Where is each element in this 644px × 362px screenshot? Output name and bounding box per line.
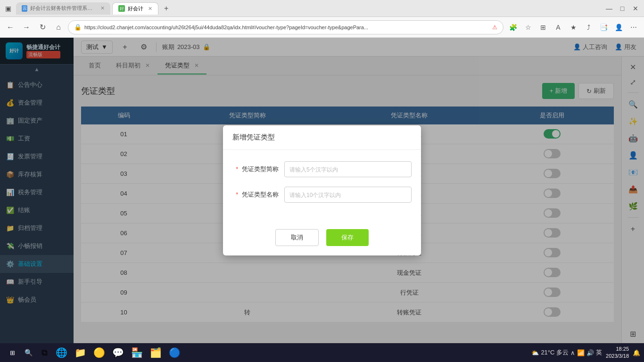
address-text: https://cloud2.chanjet.com/accounting/uh… — [84, 25, 368, 30]
modal-overlay: 新增凭证类型 * 凭证类型简称 * 凭证类型名称 取消 保存 — [0, 38, 644, 343]
profile-button[interactable]: 👤 — [612, 21, 625, 34]
network-icon[interactable]: ∧ — [570, 349, 575, 356]
reading-mode-button[interactable]: A — [552, 21, 565, 34]
new-tab-button[interactable]: + — [160, 2, 172, 15]
tab1-favicon: 云 — [22, 5, 27, 12]
home-button[interactable]: ⌂ — [52, 21, 65, 34]
notification-button[interactable]: 🔔 — [633, 349, 640, 356]
modal-footer: 取消 保存 — [223, 223, 421, 255]
start-button[interactable]: ⊞ — [4, 346, 21, 359]
taskbar-app-task-view[interactable]: ⧉ — [36, 345, 53, 360]
field-short-label-text: 凭证类型简称 — [242, 165, 279, 173]
taskbar-right: ⛅ 21°C 多云 ∧ 📶 🔊 英 18:25 2023/3/18 🔔 — [531, 346, 640, 360]
maximize-button[interactable]: □ — [618, 4, 627, 13]
taskbar: ⊞ 🔍 ⧉ 🌐 📁 🟡 💬 🏪 🗂️ 🔵 ⛅ 21°C 多云 ∧ 📶 🔊 英 1… — [0, 343, 644, 362]
taskbar-search-button[interactable]: 🔍 — [21, 346, 36, 359]
browser-toolbar: 🧩 ☆ ⊞ A ★ ⤴ 📑 👤 ⋯ — [506, 21, 640, 34]
add-voucher-type-modal: 新增凭证类型 * 凭证类型简称 * 凭证类型名称 取消 保存 — [223, 125, 421, 255]
save-button[interactable]: 保存 — [326, 229, 369, 246]
tab2-title: 好会计 — [128, 5, 143, 12]
extensions-button[interactable]: 🧩 — [506, 21, 520, 34]
taskbar-time-value: 18:25 — [606, 346, 629, 353]
modal-header: 新增凭证类型 — [223, 125, 421, 150]
tab2-favicon: 好 — [118, 5, 125, 12]
taskbar-app-store[interactable]: 🏪 — [128, 345, 145, 360]
form-row-short: * 凭证类型简称 — [232, 161, 412, 177]
field-name-label-text: 凭证类型名称 — [242, 191, 279, 198]
share-button[interactable]: ⤴ — [582, 21, 595, 34]
taskbar-app-files[interactable]: 🗂️ — [147, 345, 164, 360]
browser-tab-2[interactable]: 好 好会计 ✕ — [112, 2, 158, 15]
required-mark-short: * — [236, 165, 238, 173]
taskbar-system-icons: ⛅ 21°C 多云 ∧ 📶 🔊 英 — [531, 348, 602, 357]
form-row-name: * 凭证类型名称 — [232, 187, 412, 203]
form-label-short: * 凭证类型简称 — [232, 165, 284, 173]
favorites-star-button[interactable]: ★ — [567, 21, 580, 34]
window-close-button[interactable]: ✕ — [631, 4, 640, 13]
browser-tabs: 云 好会计云财务软件管理系统_会计 ✕ 好 好会计 ✕ + — [16, 2, 601, 15]
taskbar-date-value: 2023/3/18 — [606, 353, 629, 360]
more-button[interactable]: ⋯ — [627, 21, 640, 34]
address-bar: ← → ↻ ⌂ 🔒 https://cloud2.chanjet.com/acc… — [0, 17, 644, 38]
browser-chrome: ▣ 云 好会计云财务软件管理系统_会计 ✕ 好 好会计 ✕ + — □ ✕ — [0, 0, 644, 17]
tab1-title: 好会计云财务软件管理系统_会计 — [30, 5, 96, 12]
volume-icon[interactable]: 🔊 — [586, 349, 594, 356]
required-mark-name: * — [236, 191, 238, 198]
browser-nav-controls: ▣ — [4, 4, 12, 13]
taskbar-clock: 18:25 2023/3/18 — [606, 346, 629, 360]
taskbar-apps: 🌐 📁 🟡 💬 🏪 🗂️ 🔵 — [53, 345, 531, 360]
tab2-close[interactable]: ✕ — [148, 6, 152, 12]
taskbar-app-edge2[interactable]: 🔵 — [166, 345, 183, 360]
lang-indicator[interactable]: 英 — [596, 348, 602, 357]
address-input-bar[interactable]: 🔒 https://cloud2.chanjet.com/accounting/… — [68, 20, 504, 34]
taskbar-app-explorer[interactable]: 📁 — [72, 345, 89, 360]
field-short-input[interactable] — [284, 161, 412, 177]
window-controls: — □ ✕ — [604, 4, 640, 13]
browser-tab-1[interactable]: 云 好会计云财务软件管理系统_会计 ✕ — [16, 2, 110, 15]
tab1-close[interactable]: ✕ — [100, 5, 105, 11]
collections-button[interactable]: 📑 — [597, 21, 610, 34]
modal-title: 新增凭证类型 — [232, 133, 275, 141]
taskbar-app-wechat[interactable]: 💬 — [109, 345, 126, 360]
favorites-button[interactable]: ☆ — [521, 21, 535, 34]
weather-text: 21°C 多云 — [541, 348, 569, 357]
sidebar-toggle-button[interactable]: ⊞ — [537, 21, 550, 34]
forward-button[interactable]: → — [20, 21, 33, 34]
refresh-button[interactable]: ↻ — [36, 21, 49, 34]
modal-body: * 凭证类型简称 * 凭证类型名称 — [223, 150, 421, 223]
back-button[interactable]: ← — [4, 21, 17, 34]
taskbar-app-edge[interactable]: 🌐 — [53, 345, 70, 360]
form-label-name: * 凭证类型名称 — [232, 190, 284, 199]
taskbar-app-chrome[interactable]: 🟡 — [91, 345, 107, 360]
minimize-button[interactable]: — — [604, 4, 614, 13]
cancel-button[interactable]: 取消 — [275, 229, 319, 246]
weather-icon[interactable]: ⛅ — [531, 349, 539, 356]
field-name-input[interactable] — [284, 187, 412, 203]
tab-icon: ▣ — [4, 4, 12, 13]
wifi-icon[interactable]: 📶 — [577, 349, 585, 356]
